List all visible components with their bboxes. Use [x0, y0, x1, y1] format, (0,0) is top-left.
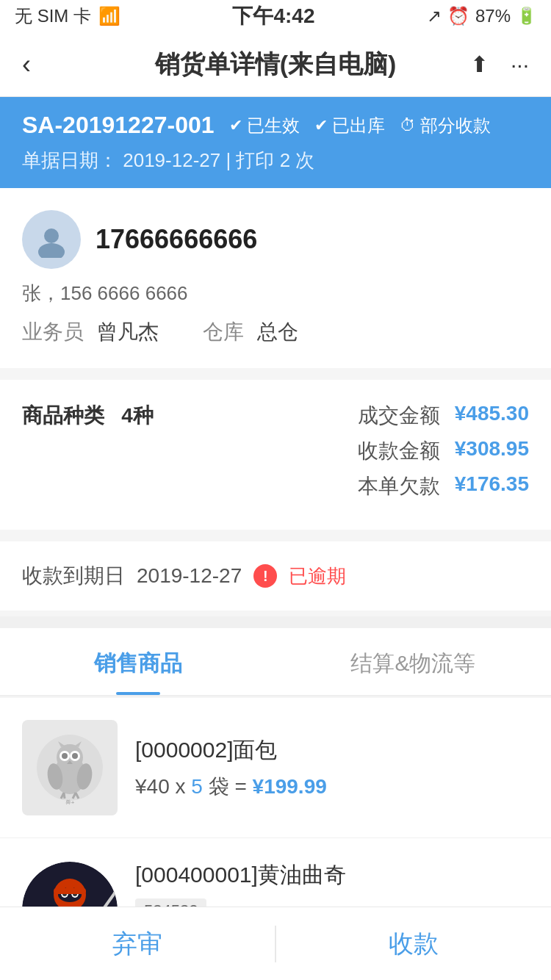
cancel-button[interactable]: 弃审: [0, 912, 275, 976]
confirm-button[interactable]: 收款: [276, 912, 551, 976]
page-title: 销货单详情(来自电脑): [155, 48, 397, 82]
tab-sales[interactable]: 销售商品: [0, 628, 276, 695]
check-icon-2: ✔: [314, 116, 328, 135]
separator: [0, 616, 551, 628]
salesperson-info: 业务员 曾凡杰: [22, 318, 159, 346]
customer-meta: 业务员 曾凡杰 仓库 总仓: [22, 318, 529, 346]
battery-text: 87%: [475, 6, 511, 26]
nav-actions: ⬆ ···: [470, 51, 529, 77]
customer-phone: 17666666666: [96, 224, 257, 255]
tabs-bar: 销售商品 结算&物流等: [0, 628, 551, 696]
svg-text:兽+: 兽+: [65, 799, 75, 804]
payment-due-section: 收款到期日 2019-12-27 ! 已逾期: [0, 541, 551, 610]
order-date-row: 单据日期： 2019-12-27 | 打印 2 次: [22, 148, 529, 173]
warehouse-info: 仓库 总仓: [203, 318, 298, 346]
product-name-1: [0000002]面包: [135, 735, 529, 765]
customer-avatar: [22, 210, 81, 269]
customer-row: 17666666666: [22, 210, 529, 269]
overdue-text: 已逾期: [289, 563, 346, 589]
owed-row: 本单欠款 ¥176.35: [358, 472, 529, 500]
status-partial: ⏱ 部分收款: [400, 114, 491, 137]
banner-row1: SA-20191227-001 ✔ 已生效 ✔ 已出库 ⏱ 部分收款: [22, 112, 529, 139]
svg-marker-30: [113, 887, 118, 893]
amount-label: 成交金额: [358, 402, 440, 430]
payment-due-date: 2019-12-27: [137, 564, 242, 588]
amount-value: ¥485.30: [455, 402, 529, 430]
received-row: 收款金额 ¥308.95: [358, 437, 529, 465]
svg-line-15: [64, 793, 65, 799]
back-button[interactable]: ‹: [22, 49, 66, 80]
amount-row: 成交金额 ¥485.30: [358, 402, 529, 430]
alarm-icon: ⏰: [447, 6, 469, 26]
product-name-2: [000400001]黄油曲奇: [135, 860, 529, 890]
tab-settlement[interactable]: 结算&物流等: [276, 628, 551, 695]
location-icon: ↗: [427, 6, 442, 26]
product-type-row: 商品种类 4种: [22, 402, 154, 430]
payment-due-label: 收款到期日: [22, 562, 125, 590]
customer-sub-info: 张，156 6666 6666: [22, 281, 529, 306]
product-price-1: ¥40 x 5 袋 = ¥199.99: [135, 773, 529, 801]
bottom-bar: 弃审 收款: [0, 907, 551, 980]
svg-rect-35: [66, 881, 73, 891]
print-info: | 打印 2 次: [226, 149, 314, 171]
svg-point-0: [44, 228, 59, 243]
check-icon-1: ✔: [229, 116, 242, 135]
status-time: 下午4:42: [232, 2, 314, 30]
received-value: ¥308.95: [455, 437, 529, 465]
customer-section: 17666666666 张，156 6666 6666 业务员 曾凡杰 仓库 总…: [0, 188, 551, 368]
svg-point-1: [38, 243, 65, 258]
carrier-text: 无 SIM 卡: [15, 4, 91, 28]
nav-bar: ‹ 销货单详情(来自电脑) ⬆ ···: [0, 32, 551, 97]
salesperson-value: 曾凡杰: [97, 320, 159, 343]
warehouse-value: 总仓: [257, 320, 298, 343]
order-id: SA-20191227-001: [22, 112, 215, 139]
owed-label: 本单欠款: [358, 472, 440, 500]
battery-icon: 🔋: [516, 7, 536, 26]
svg-point-8: [72, 753, 78, 759]
wifi-icon: 📶: [98, 6, 120, 26]
type-count: 4种: [121, 404, 154, 427]
salesperson-label: 业务员: [22, 320, 84, 343]
product-info-1: [0000002]面包 ¥40 x 5 袋 = ¥199.99: [135, 735, 529, 801]
order-date: 2019-12-27: [123, 149, 220, 171]
list-item: 兽+ [0000002]面包 ¥40 x 5 袋 = ¥199.99: [0, 698, 551, 838]
product-qty-1: 5: [191, 775, 203, 798]
product-image-1: 兽+: [22, 720, 118, 815]
status-bar: 无 SIM 卡 📶 下午4:42 ↗ ⏰ 87% 🔋: [0, 0, 551, 32]
status-shipped: ✔ 已出库: [314, 114, 385, 137]
share-button[interactable]: ⬆: [470, 51, 489, 77]
product-total-1: ¥199.99: [253, 775, 327, 798]
status-right: ↗ ⏰ 87% 🔋: [427, 6, 536, 26]
received-label: 收款金额: [358, 437, 440, 465]
more-button[interactable]: ···: [511, 52, 529, 77]
owed-value: ¥176.35: [455, 472, 529, 500]
clock-icon: ⏱: [400, 116, 416, 135]
overdue-icon: !: [253, 564, 277, 588]
status-effective: ✔ 已生效: [229, 114, 300, 137]
summary-right: 成交金额 ¥485.30 收款金额 ¥308.95 本单欠款 ¥176.35: [358, 402, 529, 508]
date-label: 单据日期：: [22, 149, 118, 171]
type-label: 商品种类: [22, 404, 104, 427]
order-header-banner: SA-20191227-001 ✔ 已生效 ✔ 已出库 ⏱ 部分收款 单据日期：…: [0, 97, 551, 188]
summary-left: 商品种类 4种: [22, 402, 154, 430]
summary-section: 商品种类 4种 成交金额 ¥485.30 收款金额 ¥308.95 本单欠款 ¥…: [0, 380, 551, 530]
status-left: 无 SIM 卡 📶: [15, 4, 120, 28]
svg-point-7: [62, 753, 68, 759]
warehouse-label: 仓库: [203, 320, 244, 343]
